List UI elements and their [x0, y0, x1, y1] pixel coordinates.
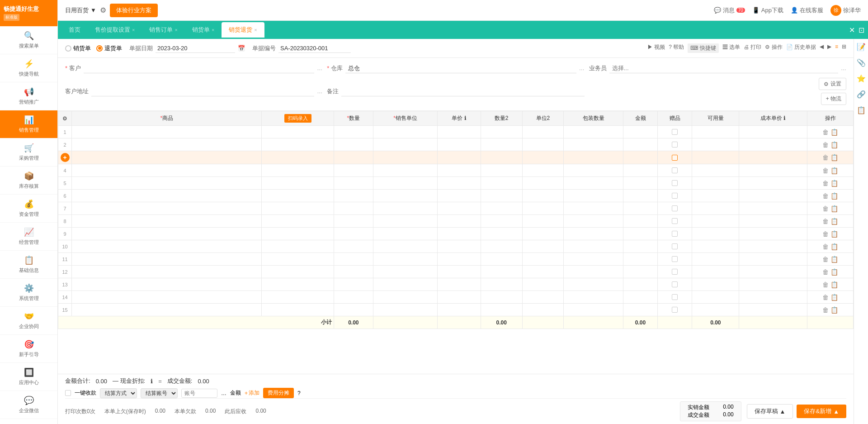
add-row-btn[interactable]: + 添加: [245, 389, 259, 397]
amount-cell[interactable]: [623, 190, 657, 202]
shortcut-btn[interactable]: ⌨ 快捷键: [688, 43, 718, 53]
price-cell[interactable]: [438, 138, 481, 151]
qty-cell[interactable]: [334, 266, 373, 278]
gift-cell[interactable]: [658, 164, 692, 177]
docno-input[interactable]: [278, 44, 351, 53]
amount-cell[interactable]: [623, 278, 657, 291]
qty2-cell[interactable]: [481, 164, 522, 177]
sidebar-item-base[interactable]: 📋 基础信息: [0, 251, 57, 279]
cost-price-cell[interactable]: [739, 177, 807, 190]
unit-cell[interactable]: [373, 228, 437, 240]
right-panel-icon-4[interactable]: 🔗: [857, 90, 866, 99]
gift-checkbox[interactable]: [672, 142, 678, 148]
fee-split-btn[interactable]: 费用分摊: [263, 388, 294, 398]
tab-sales-order[interactable]: 销售订单 ×: [142, 22, 184, 38]
gift-checkbox[interactable]: [672, 218, 678, 224]
settings-btn[interactable]: ⚙ 设置: [819, 78, 846, 90]
gift-cell[interactable]: [658, 151, 692, 164]
unit2-cell[interactable]: [522, 164, 564, 177]
amount-cell[interactable]: [623, 253, 657, 266]
price-cell[interactable]: [438, 164, 481, 177]
pack-qty-cell[interactable]: [564, 253, 623, 266]
gift-cell[interactable]: [658, 291, 692, 304]
unit-cell[interactable]: [373, 291, 437, 304]
remarks-input[interactable]: [341, 86, 584, 96]
qty2-cell[interactable]: [481, 177, 522, 190]
cost-price-cell[interactable]: [739, 138, 807, 151]
available-cell[interactable]: [692, 202, 739, 215]
print-btn[interactable]: 🖨 打印: [744, 43, 761, 53]
available-cell[interactable]: [692, 164, 739, 177]
price-cell[interactable]: [438, 202, 481, 215]
unit-cell[interactable]: [373, 164, 437, 177]
available-cell[interactable]: [692, 278, 739, 291]
gift-checkbox[interactable]: [672, 243, 678, 249]
gift-cell[interactable]: [658, 228, 692, 240]
delete-icon[interactable]: 🗑: [822, 192, 829, 200]
qty2-cell[interactable]: [481, 240, 522, 253]
online-service-btn[interactable]: 👤 在线客服: [791, 6, 823, 14]
close-sales-return-icon[interactable]: ×: [254, 27, 257, 33]
delete-icon[interactable]: 🗑: [822, 243, 829, 250]
pack-qty-cell[interactable]: [564, 164, 623, 177]
product-cell[interactable]: [72, 151, 262, 164]
address-dots-btn[interactable]: …: [317, 88, 322, 95]
gift-checkbox[interactable]: [672, 155, 678, 161]
cost-price-cell[interactable]: [739, 278, 807, 291]
price-cell[interactable]: [438, 304, 481, 316]
unit2-cell[interactable]: [522, 304, 564, 316]
price-cell[interactable]: [438, 240, 481, 253]
gift-cell[interactable]: [658, 190, 692, 202]
available-cell[interactable]: [692, 266, 739, 278]
tab-price-settings[interactable]: 售价提取设置 ×: [88, 22, 142, 38]
tab-delivery[interactable]: 销货单 ×: [185, 22, 222, 38]
close-sales-order-icon[interactable]: ×: [175, 27, 177, 33]
available-cell[interactable]: [692, 190, 739, 202]
pack-qty-cell[interactable]: [564, 240, 623, 253]
sidebar-item-inventory[interactable]: 📦 库存核算: [0, 167, 57, 195]
qty-cell[interactable]: [334, 202, 373, 215]
copy-row-icon[interactable]: 📋: [830, 129, 838, 136]
delete-icon[interactable]: 🗑: [822, 268, 829, 276]
qty-cell[interactable]: [334, 190, 373, 202]
unit-cell[interactable]: [373, 138, 437, 151]
available-cell[interactable]: [692, 215, 739, 228]
sidebar-item-sales[interactable]: 📊 销售管理: [0, 110, 57, 138]
qty-cell[interactable]: [334, 228, 373, 240]
unit-cell[interactable]: [373, 266, 437, 278]
unit2-cell[interactable]: [522, 215, 564, 228]
unit2-cell[interactable]: [522, 278, 564, 291]
price-cell[interactable]: [438, 253, 481, 266]
message-btn[interactable]: 💬 消息 70: [714, 6, 745, 14]
gift-checkbox[interactable]: [672, 129, 678, 135]
gift-cell[interactable]: [658, 304, 692, 316]
sidebar-item-operations[interactable]: 📈 经营管理: [0, 223, 57, 251]
unit-cell[interactable]: [373, 253, 437, 266]
trial-button[interactable]: 体验行业方案: [110, 4, 158, 17]
pack-qty-cell[interactable]: [564, 151, 623, 164]
logistics-btn[interactable]: + 物流: [821, 93, 846, 105]
view-grid-icon[interactable]: ⊞: [842, 43, 846, 53]
save-draft-button[interactable]: 保存草稿 ▲: [747, 404, 793, 419]
sidebar-item-search[interactable]: 🔍 搜索菜单: [0, 26, 57, 54]
gift-checkbox[interactable]: [672, 193, 678, 199]
price-cell[interactable]: [438, 151, 481, 164]
cost-price-cell[interactable]: [739, 126, 807, 138]
tab-home[interactable]: 首页: [61, 22, 88, 38]
view-list-icon[interactable]: ≡: [835, 43, 838, 53]
user-menu[interactable]: 徐 徐泽华: [830, 5, 861, 16]
amount-cell[interactable]: [623, 202, 657, 215]
salesperson-dots-btn[interactable]: …: [841, 65, 846, 71]
copy-row-icon[interactable]: 📋: [830, 256, 838, 263]
pack-qty-cell[interactable]: [564, 228, 623, 240]
gift-checkbox[interactable]: [672, 256, 678, 262]
cost-price-cell[interactable]: [739, 151, 807, 164]
sidebar-item-member[interactable]: 👑 畅会员: [0, 419, 57, 424]
pack-qty-cell[interactable]: [564, 202, 623, 215]
sidebar-item-system[interactable]: ⚙️ 系统管理: [0, 279, 57, 307]
amount-cell[interactable]: [623, 138, 657, 151]
qty-cell[interactable]: [334, 304, 373, 316]
gift-checkbox[interactable]: [672, 294, 678, 300]
delete-icon[interactable]: 🗑: [822, 180, 829, 187]
available-cell[interactable]: [692, 304, 739, 316]
